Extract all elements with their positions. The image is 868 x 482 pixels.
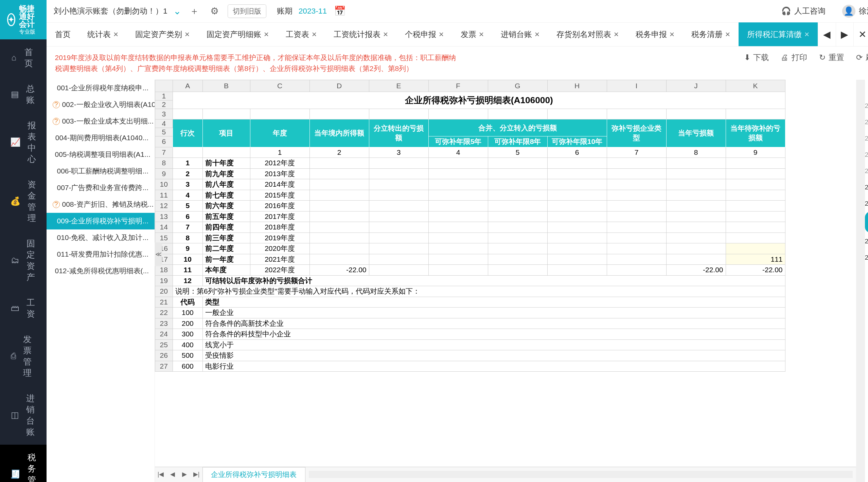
tab-12[interactable]: 所得税汇算清缴✕ [739,22,818,46]
data-cell[interactable] [726,233,785,243]
data-cell[interactable]: 2014年度 [250,179,309,190]
row-header[interactable]: 14 [155,222,173,233]
data-cell[interactable]: 前二年度 [202,243,250,254]
data-cell[interactable] [369,168,428,179]
data-cell[interactable] [369,190,428,201]
data-cell[interactable]: 7 [173,222,203,233]
sidebar-item-assets[interactable]: 🗂固定资产 [0,231,47,290]
data-cell[interactable] [369,158,428,169]
data-cell[interactable] [428,158,488,169]
data-cell[interactable] [666,201,726,211]
tab-9[interactable]: 存货别名对照表✕ [548,22,627,46]
sidebar-item-salary[interactable]: 🗃工资 [0,290,47,327]
data-cell[interactable] [726,222,785,233]
tab-6[interactable]: 个税申报✕ [396,22,452,46]
user-menu[interactable]: 👤 徐泽华 [842,5,868,18]
data-cell[interactable]: 2020年度 [250,243,309,254]
column-header[interactable]: D [309,80,369,92]
data-cell[interactable] [488,179,547,190]
sheet-prev-button[interactable]: ◀ [167,467,179,482]
data-cell[interactable]: 前三年度 [202,233,250,243]
form-list-item[interactable]: 010-免税、减计收入及加计... [47,229,155,246]
data-cell[interactable] [607,243,666,254]
column-header[interactable]: J [666,80,726,92]
vertical-scrollbar[interactable] [856,80,865,482]
collapse-form-list-button[interactable]: ≪ [155,242,162,266]
data-cell[interactable] [547,201,607,211]
tab-close-icon[interactable]: ✕ [804,31,810,38]
row-header[interactable]: 25 [155,339,173,350]
row-header[interactable]: 8 [155,158,173,169]
tabs-prev-button[interactable]: ◀ [818,22,836,46]
data-cell[interactable] [488,201,547,211]
column-header[interactable]: A [173,80,203,92]
data-cell[interactable]: 2012年度 [250,158,309,169]
data-cell[interactable]: 2019年度 [250,233,309,243]
data-cell[interactable] [309,190,369,201]
column-header[interactable]: C [250,80,309,92]
row-header[interactable]: 20 [155,286,173,297]
row-header[interactable]: 12 [155,201,173,211]
tab-10[interactable]: 税务申报✕ [627,22,683,46]
chevron-down-icon[interactable]: ⌄ [173,5,181,17]
data-cell[interactable] [369,265,428,276]
data-cell[interactable] [607,211,666,222]
year-item[interactable]: 2024年 [865,249,868,265]
data-cell[interactable]: 2018年度 [250,222,309,233]
row-header[interactable]: 3 [155,109,173,119]
consult-button[interactable]: 🎧 人工咨询 [781,6,826,16]
data-cell[interactable]: 10 [173,254,203,265]
data-cell[interactable]: 1 [173,158,203,169]
sidebar-item-funds[interactable]: 💰资金管理 [0,172,47,231]
tab-close-icon[interactable]: ✕ [264,31,269,38]
data-cell[interactable] [726,201,785,211]
form-list-item[interactable]: 001-企业所得税年度纳税申... [47,80,155,96]
data-cell[interactable]: -22.00 [666,265,726,276]
data-cell[interactable] [309,158,369,169]
tab-2[interactable]: 固定资产类别✕ [127,22,198,46]
data-cell[interactable] [666,243,726,254]
data-cell[interactable] [607,179,666,190]
data-cell[interactable] [428,168,488,179]
tab-5[interactable]: 工资统计报表✕ [325,22,396,46]
data-cell[interactable] [666,158,726,169]
tab-0[interactable]: 首页 [47,22,79,46]
row-header[interactable]: 24 [155,329,173,340]
year-item[interactable]: 2020年 [865,179,868,195]
data-cell[interactable]: 前一年度 [202,254,250,265]
form-list-item[interactable]: 007-广告费和业务宣传费跨... [47,180,155,196]
sidebar-item-reports[interactable]: 📈报表中心 [0,113,47,172]
tab-7[interactable]: 发票✕ [452,22,492,46]
form-list-item[interactable]: ?008-资产折旧、摊销及纳税... [47,196,155,213]
tab-close-icon[interactable]: ✕ [669,31,675,38]
data-cell[interactable] [666,190,726,201]
data-cell[interactable]: 2 [173,168,203,179]
row-header[interactable]: 22 [155,308,173,318]
column-header[interactable]: K [726,80,785,92]
row-header[interactable]: 26 [155,350,173,361]
data-cell[interactable] [726,190,785,201]
row-header[interactable]: 23 [155,318,173,329]
row-header[interactable]: 21 [155,297,173,308]
data-cell[interactable] [547,233,607,243]
data-cell[interactable]: 11 [173,265,203,276]
data-cell[interactable] [607,168,666,179]
data-cell[interactable]: 9 [173,243,203,254]
data-cell[interactable]: 前九年度 [202,168,250,179]
data-cell[interactable]: 2016年度 [250,201,309,211]
column-header[interactable]: E [369,80,428,92]
data-cell[interactable] [726,243,785,254]
column-header[interactable]: G [488,80,547,92]
data-cell[interactable] [607,222,666,233]
year-item[interactable]: 2022年 [865,211,868,233]
account-settings-button[interactable]: ⚙ [207,4,222,18]
sidebar-item-home[interactable]: ⌂首页 [0,39,47,76]
data-cell[interactable] [488,254,547,265]
data-cell[interactable]: 5 [173,201,203,211]
data-cell[interactable] [488,222,547,233]
reset-button[interactable]: ↻重置 [819,52,844,63]
row-header[interactable]: 4 [155,119,173,128]
data-cell[interactable] [309,222,369,233]
data-cell[interactable] [547,190,607,201]
form-list-item[interactable]: 011-研发费用加计扣除优惠... [47,246,155,263]
